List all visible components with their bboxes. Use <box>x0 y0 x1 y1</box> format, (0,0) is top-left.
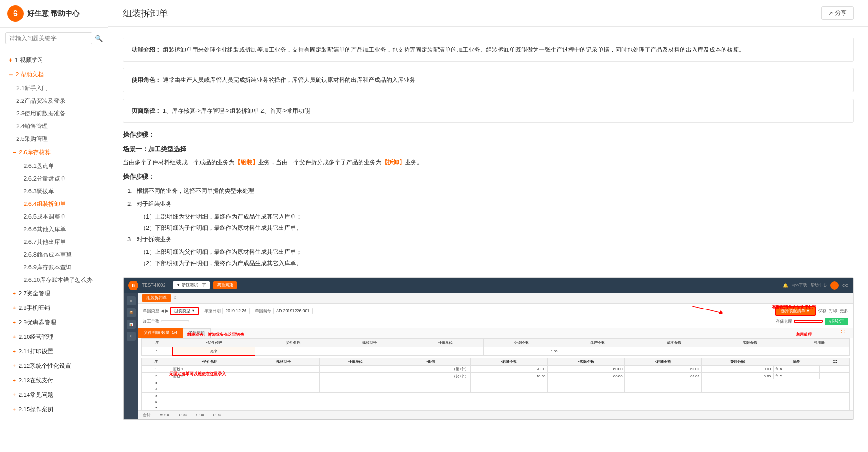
empty-row1-9 <box>701 380 773 386</box>
share-button[interactable]: ↗ 分享 <box>821 6 854 20</box>
sidebar-label: 2.12系统个性化设置 <box>19 362 71 370</box>
mock-data-table: 序 *父件代码 父件名称 规格型号 计量单位 计划个数 生产个数 成本金额 <box>141 338 850 356</box>
expand-icon: + <box>9 57 12 63</box>
sidebar-item-2-6[interactable]: − 2.6库存核算 <box>0 145 108 160</box>
sidebar-item-2-3[interactable]: 2.3使用前数据准备 <box>0 107 108 120</box>
child-td2-5: （比+个） <box>391 372 471 380</box>
mock-no-field: AD-20191226-001 <box>273 308 313 314</box>
mock-header-right: 🔔 App下载 帮助中心 CC <box>783 281 848 290</box>
mock-tab-icon: ✕ <box>173 295 177 300</box>
sidebar-item-2-6-8[interactable]: 2.6.8商品成本重算 <box>0 248 108 261</box>
search-input[interactable] <box>5 32 92 44</box>
sidebar-item-2-9[interactable]: + 2.9优惠券管理 <box>0 315 108 330</box>
sidebar-item-2-6-2[interactable]: 2.6.2分量盘点单 <box>0 172 108 185</box>
child-td2-extra <box>820 372 850 380</box>
sidebar-item-2-1[interactable]: 2.1新手入门 <box>0 82 108 95</box>
expand-icon: + <box>13 392 16 398</box>
mock-td-plan-val: 1.00 <box>483 347 560 356</box>
empty-row2-2 <box>171 386 248 392</box>
table-row: 2 面粉 2 （比+个） 10.00 60.00 60.00 <box>142 372 850 380</box>
empty-row1-5 <box>391 380 471 386</box>
sidebar-item-2-6-5[interactable]: 2.6.5成本调整单 <box>0 210 108 223</box>
sidebar-item-2-12[interactable]: + 2.12系统个性化设置 <box>0 359 108 373</box>
child-td-op: ✎✕ <box>773 366 820 372</box>
empty-row1-2 <box>171 380 248 386</box>
mock-td-avail-val <box>788 347 850 356</box>
mock-child-table: 序 *子件代码 规格型号 计量单位 *比例 *标准个数 *实际个数 <box>141 358 850 410</box>
search-icon[interactable]: 🔍 <box>95 35 103 42</box>
mock-field-type-label: 单据类型 <box>143 308 159 314</box>
mock-dept-field <box>794 320 823 323</box>
mock-child-head: 序 *子件代码 规格型号 计量单位 *比例 *标准个数 *实际个数 <box>142 358 850 365</box>
sidebar-item-2-15[interactable]: + 2.15操作案例 <box>0 402 108 417</box>
empty-row1-1: 3 <box>142 380 171 386</box>
highlight-disassembly: 【拆卸】 <box>382 159 405 166</box>
child-td2-8: 60.00 <box>624 372 701 380</box>
collapse-icon: − <box>9 71 13 78</box>
empty-row4-1: 6 <box>142 399 171 405</box>
mock-th-seq: 序 <box>142 338 173 347</box>
brand-name: 好生意 帮助中心 <box>27 9 80 19</box>
sidebar-item-2-6-9[interactable]: 2.6.9库存账本查询 <box>0 261 108 274</box>
sidebar-item-2-2[interactable]: 2.2产品安装及登录 <box>0 95 108 107</box>
sidebar-label: 2.13在线支付 <box>19 376 53 385</box>
sidebar-label: 2.7资金管理 <box>19 290 50 298</box>
sidebar-item-2-8[interactable]: + 2.8手机旺铺 <box>0 301 108 315</box>
sidebar-item-2-14[interactable]: + 2.14常见问题 <box>0 388 108 402</box>
annot-free-label: 无固定清单可以随便在这里录入 <box>169 371 226 377</box>
mock-th-pcode: *父件代码 <box>173 338 255 347</box>
search-box: 🔍 <box>0 28 108 49</box>
mock-td-spec <box>331 347 407 356</box>
mock-app-id: TEST-H002 <box>142 283 165 288</box>
mock-table-body: 1 光米 1.00 <box>142 347 850 356</box>
sidebar-item-2-6-3[interactable]: 2.6.3调拨单 <box>0 185 108 198</box>
expand-icon: + <box>13 377 16 384</box>
role-block: 使用角色： 通常由生产人员或库管人员完成拆装业务的操作，库管人员确认原材料的出库… <box>123 68 854 92</box>
child-td2-9: 0.00 <box>701 372 773 380</box>
sidebar-item-video[interactable]: + 1.视频学习 <box>0 53 108 67</box>
empty-row2-4 <box>319 386 391 392</box>
expand-icon: + <box>13 305 16 311</box>
sidebar-item-2-6-1[interactable]: 2.6.1盘点单 <box>0 160 108 172</box>
sidebar-item-2-11[interactable]: + 2.11打印设置 <box>0 344 108 359</box>
sidebar-item-2-7[interactable]: + 2.7资金管理 <box>0 286 108 301</box>
sidebar-item-2-6-6[interactable]: 2.6.6其他入库单 <box>0 223 108 236</box>
child-td2-op: ✎✕ <box>773 372 820 379</box>
sidebar-item-2-6-4[interactable]: 2.6.4组装拆卸单 <box>0 198 108 210</box>
sidebar-item-2-13[interactable]: + 2.13在线支付 <box>0 373 108 388</box>
empty-row2-10 <box>773 386 820 392</box>
mock-app-body: ☰ 📦 📊 ⚙ 组装拆卸单 ✕ <box>124 293 853 419</box>
mock-field-dept: 存储仓库 立即处理 <box>776 318 848 325</box>
mock-cth-4: 计量单位 <box>319 358 391 365</box>
mock-footer-total4: 0.00 <box>213 413 222 417</box>
child-td2-4 <box>319 372 391 380</box>
role-label: 使用角色： <box>132 76 161 83</box>
screenshot-container: 6 TEST-H002 ▼ 浙江测试一下 调整新建 🔔 App下载 帮助中心 C… <box>123 277 854 420</box>
sidebar-item-2-6-10[interactable]: 2.6.10库存账本错了怎么办 <box>0 274 108 286</box>
expand-icon: + <box>13 319 16 326</box>
mock-logo: 6 <box>128 281 138 290</box>
empty-row1-3 <box>248 380 319 386</box>
sidebar-item-docs[interactable]: − 2.帮助文档 <box>0 67 108 82</box>
sidebar-label: 2.9优惠券管理 <box>19 319 56 327</box>
ops-steps-title: 操作步骤： <box>123 173 854 181</box>
sidebar-label: 1.视频学习 <box>15 56 43 64</box>
empty-row2-1: 4 <box>142 386 171 392</box>
sidebar-item-2-6-7[interactable]: 2.6.7其他出库单 <box>0 236 108 248</box>
mock-date-field: 2019-12-26 <box>222 308 250 314</box>
sidebar-label: 2.6库存核算 <box>19 148 51 157</box>
sidebar-item-2-10[interactable]: + 2.10经营管理 <box>0 330 108 344</box>
mock-username: CC <box>842 283 848 288</box>
mock-cth-5: *比例 <box>391 358 471 365</box>
content-area: 功能介绍： 组装拆卸单用来处理企业组装或拆卸等加工业务，支持有固定装配清单的产品… <box>108 27 868 452</box>
empty-row5-2 <box>171 405 248 410</box>
child-td2-6: 10.00 <box>471 372 547 380</box>
mock-selector: ▼ 浙江测试一下 <box>173 281 209 289</box>
mock-field-count: 加工个数 <box>143 319 189 324</box>
empty-row2-3 <box>248 386 319 392</box>
mock-td-code: 光米 <box>173 347 255 356</box>
sidebar-item-2-5[interactable]: 2.5采购管理 <box>0 133 108 145</box>
sidebar-item-2-4[interactable]: 2.4销售管理 <box>0 120 108 133</box>
mock-td-cost-val <box>636 347 712 356</box>
mock-save-btn: 保存 <box>818 308 826 314</box>
